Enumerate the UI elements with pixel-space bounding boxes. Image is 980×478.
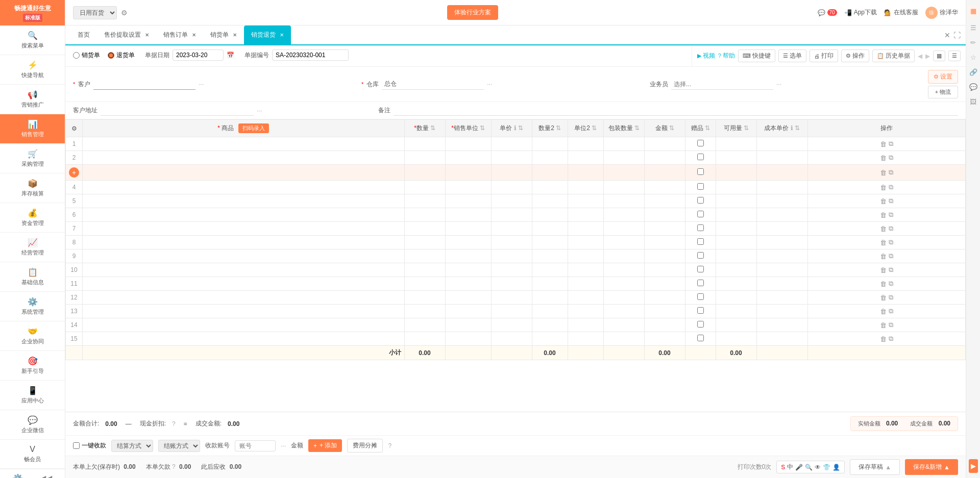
- staff-input[interactable]: [671, 79, 773, 90]
- row-copy-6[interactable]: ⧉: [889, 211, 893, 219]
- setting-btn[interactable]: ⚙ 设置: [928, 70, 958, 84]
- sidebar-item-quick-nav[interactable]: ⚡ 快捷导航: [0, 55, 65, 85]
- row-delete-7[interactable]: 🗑: [880, 224, 887, 233]
- sidebar-item-appstore[interactable]: 📱 应用中心: [0, 381, 65, 410]
- row-delete-3[interactable]: 🗑: [880, 168, 887, 177]
- save-new-button[interactable]: 保存&新增 ▲: [905, 459, 958, 475]
- mic-icon[interactable]: 🎤: [795, 464, 803, 471]
- row-copy-2[interactable]: ⧉: [889, 154, 893, 162]
- sidebar-item-member[interactable]: V 畅会员: [0, 440, 65, 469]
- calendar-icon[interactable]: 📅: [227, 52, 234, 59]
- warehouse-input[interactable]: [382, 79, 484, 90]
- row-delete-8[interactable]: 🗑: [880, 238, 887, 246]
- row-copy-4[interactable]: ⧉: [889, 183, 893, 191]
- gift-check-15[interactable]: [697, 335, 704, 341]
- print-btn[interactable]: 🖨 打印: [810, 49, 838, 62]
- one-click-check[interactable]: [73, 442, 80, 449]
- sidebar-item-wechat[interactable]: 💬 企业微信: [0, 410, 65, 440]
- tab-close-sale-order[interactable]: ✕: [192, 32, 196, 38]
- gift-check-10[interactable]: [697, 266, 704, 272]
- cash-discount-help[interactable]: ?: [172, 420, 176, 427]
- right-panel-star[interactable]: ☆: [970, 54, 976, 61]
- tabbar-expand-icon[interactable]: ⛶: [953, 31, 961, 39]
- row-copy-9[interactable]: ⧉: [889, 252, 893, 260]
- row-copy-10[interactable]: ⧉: [889, 266, 893, 274]
- right-panel-link[interactable]: 🔗: [969, 68, 977, 76]
- tab-close-sale-return[interactable]: ✕: [280, 32, 284, 38]
- row-delete-4[interactable]: 🗑: [880, 183, 887, 191]
- sidebar-item-inventory[interactable]: 📦 库存核算: [0, 173, 65, 203]
- view-icon[interactable]: 👁: [815, 464, 821, 471]
- account-input[interactable]: [235, 440, 276, 451]
- sidebar-item-enterprise[interactable]: 🤝 企业协同: [0, 321, 65, 351]
- user-item[interactable]: 徐 徐泽华: [925, 7, 958, 19]
- operate-btn[interactable]: ⚙ 操作: [841, 49, 869, 62]
- row-delete-14[interactable]: 🗑: [880, 321, 887, 329]
- customer-dots-btn[interactable]: ···: [199, 81, 204, 88]
- row-delete-13[interactable]: 🗑: [880, 307, 887, 315]
- row-copy-5[interactable]: ⧉: [889, 197, 893, 205]
- radio-sale[interactable]: 销货单: [73, 51, 100, 60]
- sidebar-item-finance[interactable]: 💰 资金管理: [0, 203, 65, 233]
- gift-check-11[interactable]: [697, 280, 704, 286]
- gift-check-3[interactable]: [697, 168, 704, 175]
- row-copy-7[interactable]: ⧉: [889, 224, 893, 233]
- warehouse-dots-btn[interactable]: ···: [487, 81, 492, 88]
- gift-check-13[interactable]: [697, 307, 704, 314]
- online-service-item[interactable]: 💁 在线客服: [884, 8, 918, 17]
- doc-no-input[interactable]: [272, 49, 349, 61]
- video-action[interactable]: ▶ 视频: [697, 52, 715, 60]
- tab-sale-delivery[interactable]: 销货单 ✕: [203, 26, 244, 45]
- gift-check-6[interactable]: [697, 211, 704, 217]
- table-gear-icon[interactable]: ⚙: [71, 125, 77, 132]
- account-dots-btn[interactable]: ···: [281, 442, 286, 449]
- collapse-icon[interactable]: ◀◀: [40, 473, 52, 478]
- chinese-icon[interactable]: 中: [787, 463, 793, 471]
- debt-help[interactable]: ?: [172, 463, 176, 470]
- row-delete-2[interactable]: 🗑: [880, 154, 887, 162]
- message-item[interactable]: 💬 70: [818, 9, 837, 16]
- search-toolbar-icon[interactable]: 🔍: [805, 464, 813, 471]
- row-copy-1[interactable]: ⧉: [889, 140, 893, 148]
- sidebar-item-marketing[interactable]: 📢 营销推广: [0, 85, 65, 114]
- select-btn[interactable]: ☰ 选单: [778, 49, 806, 62]
- person-icon[interactable]: 👤: [832, 464, 840, 471]
- right-panel-table-view[interactable]: ▦: [968, 5, 978, 17]
- gift-check-2[interactable]: [697, 154, 704, 160]
- tab-home[interactable]: 首页: [70, 26, 97, 45]
- gift-check-5[interactable]: [697, 197, 704, 204]
- view-table-btn[interactable]: ▦: [933, 51, 945, 61]
- row-delete-12[interactable]: 🗑: [880, 293, 887, 301]
- tab-sale-order[interactable]: 销售订单 ✕: [156, 26, 203, 45]
- collect-method-select[interactable]: 结账方式: [158, 440, 200, 452]
- gift-check-8[interactable]: [697, 238, 704, 245]
- radio-return[interactable]: 退货单: [108, 51, 135, 60]
- logistics-btn[interactable]: + 物流: [928, 86, 958, 98]
- row-delete-15[interactable]: 🗑: [880, 335, 887, 343]
- row-copy-13[interactable]: ⧉: [889, 307, 893, 315]
- add-payment-btn[interactable]: + + 添加: [308, 439, 342, 452]
- view-list-btn[interactable]: ☰: [948, 51, 961, 61]
- row-delete-10[interactable]: 🗑: [880, 266, 887, 274]
- gift-check-12[interactable]: [697, 293, 704, 300]
- gift-check-1[interactable]: [697, 140, 704, 146]
- expense-btn[interactable]: 费用分摊: [347, 439, 383, 452]
- add-row-button[interactable]: +: [69, 167, 79, 178]
- row-copy-15[interactable]: ⧉: [889, 335, 893, 343]
- history-btn[interactable]: 📋 历史单据: [872, 49, 915, 62]
- tab-sale-return[interactable]: 销货退货 ✕: [244, 26, 291, 45]
- row-copy-14[interactable]: ⧉: [889, 321, 893, 329]
- staff-dots-btn[interactable]: ···: [776, 81, 781, 88]
- product-input-3[interactable]: [86, 169, 401, 176]
- row-copy-8[interactable]: ⧉: [889, 238, 893, 246]
- experience-button[interactable]: 体验行业方案: [447, 5, 498, 20]
- address-input[interactable]: [101, 105, 254, 116]
- right-panel-image[interactable]: 🖼: [970, 98, 976, 106]
- row-copy-11[interactable]: ⧉: [889, 280, 893, 288]
- gift-check-7[interactable]: [697, 224, 704, 231]
- row-copy-3[interactable]: ⧉: [889, 168, 893, 177]
- save-draft-button[interactable]: 保存草稿 ▲: [850, 459, 900, 475]
- customer-input[interactable]: [93, 79, 195, 90]
- right-panel-chat[interactable]: 💬: [969, 83, 977, 91]
- tabbar-close-icon[interactable]: ✕: [944, 31, 950, 39]
